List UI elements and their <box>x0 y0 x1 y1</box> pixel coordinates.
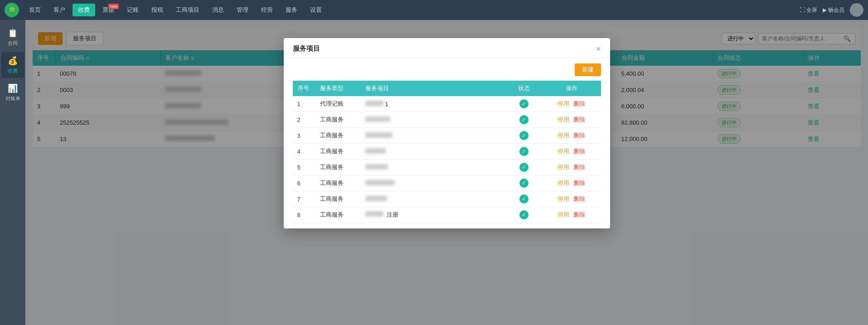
service-modal: 服务项目 × 新建 序号 服务类型 服务项目 <box>284 38 610 228</box>
modal-table-row: 4 工商服务 ✓ 停用 删除 <box>293 144 601 160</box>
contract-icon: 📋 <box>8 28 18 38</box>
modal-cell-status: ✓ <box>506 144 542 160</box>
modal-table-row: 3 工商服务 ✓ 停用 删除 <box>293 128 601 144</box>
vip-label: 畅会员 <box>828 6 844 14</box>
sidebar-item-contract-label: 合同 <box>8 40 18 47</box>
delete-button[interactable]: 删除 <box>573 100 585 107</box>
nav-item-fees[interactable]: 收费 <box>73 4 95 16</box>
modal-th-status: 状态 <box>506 81 542 96</box>
nav-item-settings[interactable]: 设置 <box>305 4 327 16</box>
stop-button[interactable]: 停用 <box>558 195 569 202</box>
main-layout: 📋 合同 💰 收费 📊 对账单 新增 服务项目 进行中 已完成 全部 <box>0 20 868 325</box>
nav-item-invoice[interactable]: 票据 new <box>97 4 120 16</box>
modal-cell-type: 工商服务 <box>315 112 361 128</box>
modal-cell-seq: 1 <box>293 96 315 112</box>
modal-table-row: 6 工商服务 ✓ 停用 删除 <box>293 175 601 191</box>
modal-cell-project: 1 <box>361 96 506 112</box>
modal-close-button[interactable]: × <box>596 45 601 53</box>
delete-button[interactable]: 删除 <box>573 132 585 139</box>
delete-button[interactable]: 删除 <box>573 195 585 202</box>
modal-table-row: 7 工商服务 ✓ 停用 删除 <box>293 191 601 207</box>
modal-header-row: 序号 服务类型 服务项目 状态 操作 <box>293 81 601 96</box>
logo-icon: 🍀 <box>8 6 16 14</box>
delete-button[interactable]: 删除 <box>573 164 585 170</box>
top-navigation: 🍀 首页 客户 收费 票据 new 记账 报税 工商项目 消息 管理 经营 服务… <box>0 0 868 20</box>
sidebar-item-contract[interactable]: 📋 合同 <box>1 24 24 50</box>
modal-cell-status: ✓ <box>506 112 542 128</box>
modal-cell-status: ✓ <box>506 96 542 112</box>
modal-cell-seq: 2 <box>293 112 315 128</box>
modal-table-row: 1 代理记账 1 ✓ 停用 删除 <box>293 96 601 112</box>
sidebar-item-fees-label: 收费 <box>8 68 18 74</box>
delete-button[interactable]: 删除 <box>573 179 585 186</box>
statement-icon: 📊 <box>8 83 18 93</box>
modal-table-row: 5 工商服务 ✓ 停用 删除 <box>293 160 601 175</box>
delete-button[interactable]: 删除 <box>573 116 585 123</box>
stop-button[interactable]: 停用 <box>558 132 569 139</box>
modal-cell-actions: 停用 删除 <box>542 191 601 207</box>
modal-cell-project <box>361 144 506 160</box>
modal-cell-type: 工商服务 <box>315 160 361 175</box>
status-check-icon: ✓ <box>519 210 529 219</box>
modal-cell-actions: 停用 删除 <box>542 144 601 160</box>
modal-th-type: 服务类型 <box>315 81 361 96</box>
modal-cell-status: ✓ <box>506 160 542 175</box>
user-avatar[interactable] <box>850 3 863 17</box>
modal-header: 服务项目 × <box>284 38 610 58</box>
nav-item-message[interactable]: 消息 <box>207 4 229 16</box>
stop-button[interactable]: 停用 <box>558 164 569 170</box>
service-items-table: 序号 服务类型 服务项目 状态 操作 1 <box>293 81 601 223</box>
nav-right: ⛶ 全屏 ▶ 畅会员 <box>800 3 863 17</box>
nav-item-tax[interactable]: 报税 <box>146 4 169 16</box>
nav-menu: 首页 客户 收费 票据 new 记账 报税 工商项目 消息 管理 经营 服务 设… <box>24 4 800 16</box>
modal-cell-type: 代理记账 <box>315 96 361 112</box>
sidebar-item-fees[interactable]: 💰 收费 <box>1 52 24 78</box>
vip-button[interactable]: ▶ 畅会员 <box>823 6 844 14</box>
delete-button[interactable]: 删除 <box>573 148 585 155</box>
nav-item-manage[interactable]: 管理 <box>231 4 254 16</box>
nav-item-customer[interactable]: 客户 <box>48 4 71 16</box>
modal-cell-project <box>361 175 506 191</box>
stop-button[interactable]: 停用 <box>558 116 569 123</box>
modal-cell-type: 工商服务 <box>315 128 361 144</box>
nav-item-home[interactable]: 首页 <box>24 4 46 16</box>
fullscreen-icon: ⛶ <box>800 7 805 13</box>
status-check-icon: ✓ <box>519 147 529 156</box>
nav-item-operation[interactable]: 经营 <box>256 4 278 16</box>
modal-toolbar: 新建 <box>293 63 601 76</box>
vip-icon: ▶ <box>823 7 827 13</box>
app-logo: 🍀 <box>5 3 19 17</box>
modal-cell-project <box>361 191 506 207</box>
modal-table-scroll[interactable]: 序号 服务类型 服务项目 状态 操作 1 <box>293 81 601 223</box>
stop-button[interactable]: 停用 <box>558 179 569 186</box>
modal-cell-actions: 停用 删除 <box>542 96 601 112</box>
nav-item-business[interactable]: 工商项目 <box>170 4 205 16</box>
fullscreen-button[interactable]: ⛶ 全屏 <box>800 6 817 14</box>
status-check-icon: ✓ <box>519 163 529 172</box>
stop-button[interactable]: 停用 <box>558 211 569 218</box>
modal-cell-seq: 8 <box>293 207 315 223</box>
delete-button[interactable]: 删除 <box>573 211 585 218</box>
modal-cell-actions: 停用 删除 <box>542 160 601 175</box>
modal-th-seq: 序号 <box>293 81 315 96</box>
status-check-icon: ✓ <box>519 131 529 140</box>
modal-cell-status: ✓ <box>506 175 542 191</box>
status-check-icon: ✓ <box>519 115 529 124</box>
modal-cell-seq: 7 <box>293 191 315 207</box>
sidebar-item-statement-label: 对账单 <box>5 95 20 102</box>
modal-cell-status: ✓ <box>506 207 542 223</box>
modal-cell-type: 工商服务 <box>315 144 361 160</box>
sidebar-item-statement[interactable]: 📊 对账单 <box>1 80 24 106</box>
stop-button[interactable]: 停用 <box>558 148 569 155</box>
stop-button[interactable]: 停用 <box>558 100 569 107</box>
modal-cell-project <box>361 160 506 175</box>
modal-overlay: 服务项目 × 新建 序号 服务类型 服务项目 <box>25 20 868 325</box>
sidebar: 📋 合同 💰 收费 📊 对账单 <box>0 20 25 325</box>
nav-item-service[interactable]: 服务 <box>280 4 303 16</box>
content-area: 新增 服务项目 进行中 已完成 全部 🔍 <box>25 20 868 325</box>
status-check-icon: ✓ <box>519 179 529 188</box>
modal-new-button[interactable]: 新建 <box>575 63 601 76</box>
modal-cell-seq: 5 <box>293 160 315 175</box>
modal-cell-actions: 停用 删除 <box>542 175 601 191</box>
nav-item-bookkeep[interactable]: 记账 <box>121 4 144 16</box>
